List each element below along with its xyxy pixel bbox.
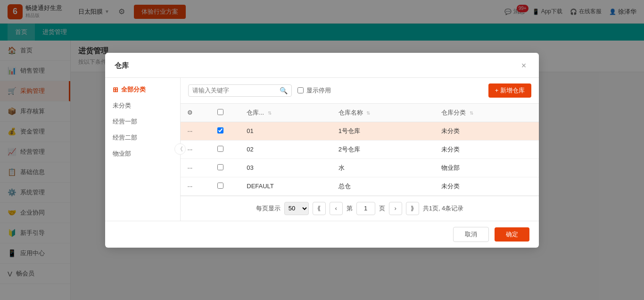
warehouse-modal: 仓库 × ⊞ 全部分类 未分类 经营一部 经营二部 [105, 53, 539, 248]
row-checkbox[interactable] [217, 183, 223, 189]
row-gear-cell: ··· [181, 177, 199, 195]
cat-all[interactable]: ⊞ 全部分类 [105, 82, 180, 98]
cat-collapse-button[interactable]: 《 [174, 143, 186, 155]
modal-toolbar: 🔍 显示停用 + 新增仓库 [181, 78, 539, 104]
th-code: 仓库... ⇅ [241, 104, 333, 122]
name-sort-icon: ⇅ [366, 110, 370, 116]
table-header-row: ⚙ 仓库... ⇅ 仓库名称 ⇅ [181, 104, 539, 122]
page-number-input[interactable] [356, 202, 375, 215]
grid-icon: ⊞ [113, 86, 118, 93]
table-body: ··· 01 1号仓库 未分类 ··· 02 2号仓库 未分类 ··· 03 水… [181, 122, 539, 195]
page-next-button[interactable]: › [389, 202, 402, 215]
table-row[interactable]: ··· 01 1号仓库 未分类 [181, 122, 539, 140]
modal-footer: 取消 确定 [105, 221, 539, 248]
code-sort-icon: ⇅ [268, 110, 272, 116]
row-name-cell: 总仓 [333, 177, 436, 195]
row-category-cell: 物业部 [436, 158, 539, 177]
row-checkbox[interactable] [217, 164, 223, 170]
modal-title: 仓库 [115, 61, 129, 70]
row-checkbox[interactable] [217, 127, 223, 133]
pagination: 每页显示 50 10 20 100 ⟪ ‹ 第 页 › ⟫ 共1页, 4条记录 [181, 196, 539, 221]
th-gear: ⚙ [181, 104, 199, 122]
row-name-cell: 水 [333, 158, 436, 177]
table-row[interactable]: ··· 03 水 物业部 [181, 158, 539, 177]
row-gear-cell: ··· [181, 122, 199, 140]
page-last-button[interactable]: ⟫ [406, 202, 419, 215]
warehouse-table: ⚙ 仓库... ⇅ 仓库名称 ⇅ [181, 104, 539, 196]
cancel-button[interactable]: 取消 [453, 227, 489, 242]
modal-body: ⊞ 全部分类 未分类 经营一部 经营二部 物业部 《 [105, 78, 539, 221]
right-panel: 🔍 显示停用 + 新增仓库 ⚙ [181, 78, 539, 221]
cat-ops2[interactable]: 经营二部 [105, 130, 180, 146]
search-box: 🔍 [188, 84, 292, 97]
row-name-cell: 1号仓库 [333, 122, 436, 140]
th-category: 仓库分类 ⇅ [436, 104, 539, 122]
show-disabled-checkbox[interactable] [297, 87, 304, 93]
cat-unclassified[interactable]: 未分类 [105, 98, 180, 114]
cat-all-label: 全部分类 [121, 85, 146, 94]
row-category-cell: 未分类 [436, 122, 539, 140]
cat-property-label: 物业部 [113, 150, 131, 158]
row-code-cell: 03 [241, 158, 333, 177]
row-code-cell: DEFAULT [241, 177, 333, 195]
row-checkbox[interactable] [217, 146, 223, 152]
row-checkbox-cell [199, 122, 241, 140]
per-page-select[interactable]: 50 10 20 100 [284, 202, 309, 215]
cat-unclassified-label: 未分类 [113, 101, 131, 110]
page-prev-button[interactable]: ‹ [330, 202, 343, 215]
total-info: 共1页, 4条记录 [423, 204, 464, 213]
table-row[interactable]: ··· 02 2号仓库 未分类 [181, 140, 539, 158]
select-all-checkbox[interactable] [217, 109, 223, 115]
row-checkbox-cell [199, 177, 241, 195]
search-icon[interactable]: 🔍 [280, 87, 288, 94]
th-checkbox [199, 104, 241, 122]
row-category-cell: 未分类 [436, 140, 539, 158]
row-category-cell: 未分类 [436, 177, 539, 195]
category-panel: ⊞ 全部分类 未分类 经营一部 经营二部 物业部 《 [105, 78, 181, 221]
cat-sort-icon: ⇅ [470, 110, 473, 116]
th-name: 仓库名称 ⇅ [333, 104, 436, 122]
page-first-button[interactable]: ⟪ [313, 202, 326, 215]
modal-close-button[interactable]: × [518, 60, 529, 72]
add-warehouse-button[interactable]: + 新增仓库 [488, 83, 531, 98]
search-input[interactable] [192, 87, 277, 94]
row-checkbox-cell [199, 140, 241, 158]
row-code-cell: 02 [241, 140, 333, 158]
per-page-label: 每页显示 [256, 204, 281, 213]
row-code-cell: 01 [241, 122, 333, 140]
row-name-cell: 2号仓库 [333, 140, 436, 158]
cat-ops2-label: 经营二部 [113, 133, 137, 142]
cat-property[interactable]: 物业部 [105, 146, 180, 162]
cat-ops1[interactable]: 经营一部 [105, 114, 180, 130]
row-gear-cell: ··· [181, 158, 199, 177]
page-label: 第 [347, 204, 353, 213]
modal-overlay: 仓库 × ⊞ 全部分类 未分类 经营一部 经营二部 [0, 0, 644, 300]
row-checkbox-cell [199, 158, 241, 177]
show-disabled-label[interactable]: 显示停用 [297, 86, 331, 95]
confirm-button[interactable]: 确定 [495, 227, 529, 242]
cat-ops1-label: 经营一部 [113, 117, 137, 126]
table-row[interactable]: ··· DEFAULT 总仓 未分类 [181, 177, 539, 195]
page-suffix: 页 [379, 204, 385, 213]
modal-header: 仓库 × [105, 53, 539, 78]
warehouse-table-wrap: ⚙ 仓库... ⇅ 仓库名称 ⇅ [181, 104, 539, 196]
